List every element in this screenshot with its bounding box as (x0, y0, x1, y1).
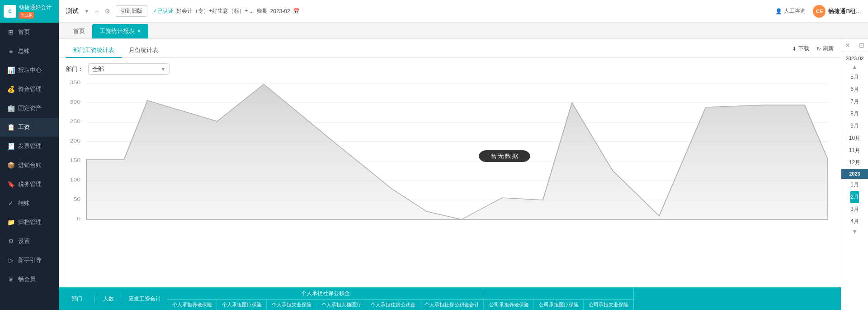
year-down-button[interactable]: ▼ (851, 228, 859, 236)
topbar: 测试 ▼ + ⚙ 切到旧版 ✓已认证 好会计（专）+好生意（标）+ ... 账期… (59, 0, 868, 23)
year-display: 2023.02 (846, 54, 864, 63)
sidebar-item-archive[interactable]: 📁归档管理 (0, 213, 59, 232)
sidebar: C 畅捷通好会计 专业版 ⊞首页≡总账📊报表中心💰资金管理🏢固定资产📋工资🧾发票… (0, 0, 59, 310)
month-2023-3月[interactable]: 3月 (850, 203, 859, 215)
avatar: CE (813, 5, 826, 18)
tab-home[interactable]: 首页 (66, 24, 92, 38)
month-2022-5月[interactable]: 5月 (849, 71, 860, 83)
year-up-button[interactable]: ▲ (851, 63, 859, 71)
sidebar-item-settings[interactable]: ⚙设置 (0, 232, 59, 251)
download-button[interactable]: ⬇ 下载 (792, 45, 809, 52)
sidebar-item-tax[interactable]: 🔖税务管理 (0, 175, 59, 194)
sidebar-label-settings: 设置 (18, 237, 30, 245)
group-company-insurance-children: 公司承担养老保险公司承担医疗保险公司承担失业保险 (484, 300, 633, 310)
sidebar-item-guide[interactable]: ▷新手引导 (0, 251, 59, 270)
group-personal-insurance: 个人承担社保公积金 个人承担养老保险个人承担医疗保险个人承担失业保险个人承担大额… (167, 288, 484, 310)
month-2022-7月[interactable]: 7月 (849, 95, 860, 108)
close-panel-button[interactable]: ✕ (845, 42, 850, 49)
funds-icon: 💰 (7, 86, 14, 93)
expand-panel-button[interactable]: ⊡ (859, 42, 864, 49)
sidebar-item-funds[interactable]: 💰资金管理 (0, 80, 59, 99)
add-button[interactable]: + (95, 7, 99, 15)
month-2023-1月[interactable]: 1月 (850, 179, 859, 191)
date-year-nav: 2023.02 ▲ 5月6月7月8月9月10月11月12月 2023 1月2月3… (841, 52, 868, 238)
sub-tab-dept-salary[interactable]: 部门工资统计表 (66, 43, 122, 58)
month-2022-10月[interactable]: 10月 (849, 132, 860, 144)
settings-icon[interactable]: ⚙ (104, 8, 110, 15)
dept-select-wrapper: 全部部门1部门2部门3 ▼ (88, 63, 170, 75)
year-2023-label: 2023 (841, 169, 868, 179)
svg-text:50: 50 (73, 196, 80, 202)
calendar-icon[interactable]: 📅 (293, 8, 300, 14)
panel-header: ✕ ⊡ (841, 39, 868, 52)
sidebar-label-member: 畅会员 (18, 275, 36, 283)
svg-text:暂无数据: 暂无数据 (491, 153, 519, 159)
download-icon: ⬇ (792, 46, 797, 52)
project-dropdown-icon[interactable]: ▼ (84, 8, 90, 14)
sidebar-item-home[interactable]: ⊞首页 (0, 23, 59, 42)
sidebar-item-salary[interactable]: 📋工资 (0, 118, 59, 137)
sidebar-item-member[interactable]: ♛畅会员 (0, 270, 59, 289)
month-2023-4月[interactable]: 4月 (850, 215, 859, 228)
user-menu[interactable]: CE 畅捷通B组... (813, 5, 861, 18)
logo-text: 畅捷通好会计 (19, 4, 52, 11)
content-area: 部门工资统计表月份统计表 ⬇ 下载 ↻ 刷新 部门： 全部部门1部门2部门3 ▼… (59, 39, 868, 310)
invoice-icon: 🧾 (7, 143, 14, 150)
month-2022-9月[interactable]: 9月 (849, 120, 860, 132)
sidebar-label-ledger: 总账 (18, 47, 30, 55)
sidebar-label-assets: 固定资产 (18, 104, 42, 112)
period-label: 账期 (257, 7, 268, 15)
group-company-insurance: 公司承担养老保险公司承担医疗保险公司承担失业保险 (484, 288, 634, 310)
project-name: 测试 (66, 7, 79, 15)
month-2023-2月[interactable]: 2月 (850, 191, 859, 203)
sidebar-item-sales[interactable]: 📦进销台账 (0, 156, 59, 175)
ledger-icon: ≡ (7, 48, 14, 55)
sidebar-nav: ⊞首页≡总账📊报表中心💰资金管理🏢固定资产📋工资🧾发票管理📦进销台账🔖税务管理✓… (0, 23, 59, 310)
col-公司承担失业保险: 公司承担失业保险 (584, 300, 633, 310)
sidebar-label-reports: 报表中心 (18, 66, 42, 74)
svg-text:300: 300 (70, 99, 81, 105)
sidebar-item-invoice[interactable]: 🧾发票管理 (0, 137, 59, 156)
refresh-button[interactable]: ↻ 刷新 (816, 45, 834, 52)
tab-close-salary-report[interactable]: × (137, 28, 141, 34)
help-button[interactable]: 👤 人工咨询 (775, 7, 806, 15)
tab-salary-report[interactable]: 工资统计报表× (92, 24, 148, 38)
sidebar-label-sales: 进销台账 (18, 161, 42, 169)
group-personal-insurance-header: 个人承担社保公积金 (167, 288, 484, 300)
switch-version-button[interactable]: 切到旧版 (116, 5, 147, 17)
refresh-icon: ↻ (816, 46, 821, 52)
svg-text:200: 200 (70, 138, 81, 143)
sidebar-item-checkout[interactable]: ✓结账 (0, 194, 59, 213)
month-2022-8月[interactable]: 8月 (849, 108, 860, 120)
sidebar-label-guide: 新手引导 (18, 256, 42, 264)
reports-icon: 📊 (7, 67, 14, 74)
member-icon: ♛ (7, 276, 14, 283)
checkout-icon: ✓ (7, 200, 14, 207)
month-2022-6月[interactable]: 6月 (849, 83, 860, 95)
col-个人承担社保公积金合计: 个人承担社保公积金合计 (420, 300, 484, 310)
month-2022-12月[interactable]: 12月 (849, 157, 860, 169)
dept-select[interactable]: 全部部门1部门2部门3 (88, 63, 170, 75)
topbar-status: ✓已认证 好会计（专）+好生意（标）+ ... 账期 2023-02 📅 (153, 7, 299, 15)
svg-text:150: 150 (70, 157, 81, 163)
help-label: 人工咨询 (784, 7, 806, 15)
guide-icon: ▷ (7, 257, 14, 264)
settings-icon: ⚙ (7, 238, 14, 245)
col-个人承担失业保险: 个人承担失业保险 (267, 300, 316, 310)
col-count: 人数 (95, 295, 122, 303)
sidebar-label-salary: 工资 (18, 123, 30, 131)
sidebar-item-reports[interactable]: 📊报表中心 (0, 61, 59, 80)
svg-text:350: 350 (70, 80, 81, 86)
sidebar-item-assets[interactable]: 🏢固定资产 (0, 99, 59, 118)
col-个人承担养老保险: 个人承担养老保险 (167, 300, 217, 310)
chart-area: 0 50 100 150 200 250 300 350 (59, 80, 841, 287)
content-main: 部门工资统计表月份统计表 ⬇ 下载 ↻ 刷新 部门： 全部部门1部门2部门3 ▼… (59, 39, 841, 310)
logo-icon: C (4, 5, 16, 18)
sidebar-item-ledger[interactable]: ≡总账 (0, 42, 59, 61)
col-公司承担养老保险: 公司承担养老保险 (484, 300, 534, 310)
date-panel: ✕ ⊡ 2023.02 ▲ 5月6月7月8月9月10月11月12月 2023 1… (841, 39, 868, 310)
main-area: 测试 ▼ + ⚙ 切到旧版 ✓已认证 好会计（专）+好生意（标）+ ... 账期… (59, 0, 868, 310)
month-2022-11月[interactable]: 11月 (849, 144, 860, 157)
sub-tab-monthly-stats[interactable]: 月份统计表 (122, 43, 165, 58)
dept-filter-label: 部门： (66, 65, 84, 73)
